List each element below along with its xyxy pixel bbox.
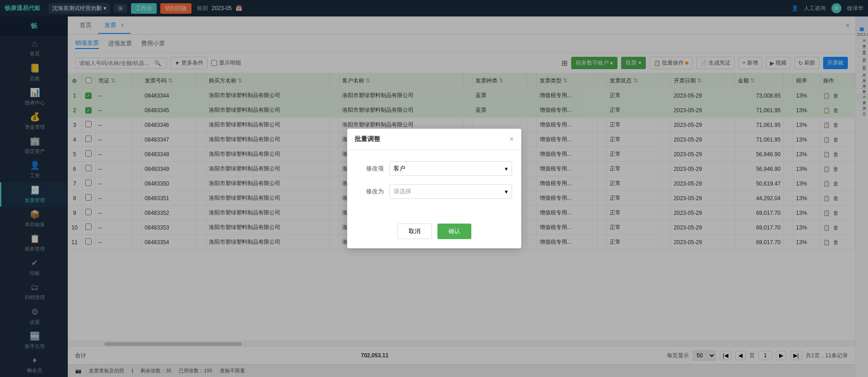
field2-label: 修改为 bbox=[356, 187, 384, 196]
modal-close-btn[interactable]: × bbox=[509, 135, 513, 143]
field1-select[interactable]: 客户 ▾ bbox=[389, 161, 512, 176]
form-row-field2: 修改为 请选择 ▾ bbox=[356, 184, 512, 199]
modal-footer: 取消 确认 bbox=[347, 218, 521, 248]
modal-body: 修改项 客户 ▾ 修改为 请选择 ▾ bbox=[347, 150, 521, 218]
cancel-btn[interactable]: 取消 bbox=[397, 224, 432, 239]
field1-value: 客户 bbox=[393, 164, 405, 173]
field2-dropdown-icon: ▾ bbox=[505, 188, 508, 195]
field1-dropdown-icon: ▾ bbox=[505, 165, 508, 172]
modal-title: 批量调整 bbox=[355, 135, 380, 143]
field2-select[interactable]: 请选择 ▾ bbox=[389, 184, 512, 199]
form-row-field1: 修改项 客户 ▾ bbox=[356, 161, 512, 176]
field2-placeholder: 请选择 bbox=[393, 187, 411, 196]
confirm-btn[interactable]: 确认 bbox=[437, 224, 471, 239]
modal-header: 批量调整 × bbox=[347, 129, 521, 150]
batch-adjust-modal: 批量调整 × 修改项 客户 ▾ 修改为 请选择 ▾ 取消 确认 bbox=[347, 129, 521, 248]
modal-overlay[interactable]: 批量调整 × 修改项 客户 ▾ 修改为 请选择 ▾ 取消 确认 bbox=[0, 0, 868, 377]
field1-label: 修改项 bbox=[356, 164, 384, 173]
